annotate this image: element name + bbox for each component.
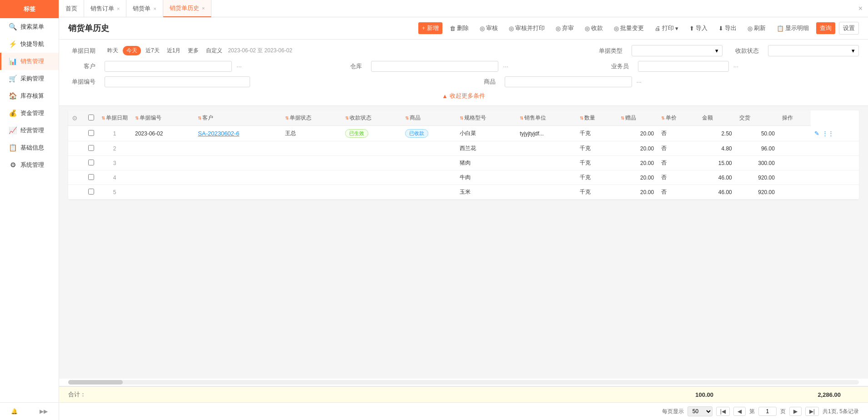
date-btn-more[interactable]: 更多 bbox=[185, 46, 201, 55]
col-check-cell[interactable] bbox=[85, 126, 98, 141]
sidebar-item-system[interactable]: ⚙ 系统管理 bbox=[0, 156, 59, 174]
col-unit[interactable]: ⇅销售单位 bbox=[516, 110, 576, 126]
toolbar: + 新增 🗑 删除 ◎ 审核 ◎ 审核并打印 ◎ 弃审 ◎ 收款 bbox=[418, 22, 859, 35]
customer-input[interactable] bbox=[105, 61, 232, 72]
sidebar-collapse-btn[interactable]: ▶▶ bbox=[36, 406, 51, 416]
new-button[interactable]: + 新增 bbox=[418, 22, 442, 34]
sidebar-notify-btn[interactable]: 🔔 bbox=[7, 406, 21, 416]
sidebar-item-inventory[interactable]: 🏠 库存核算 bbox=[0, 87, 59, 105]
doc-no-input[interactable] bbox=[105, 76, 250, 87]
tab-sales-delivery[interactable]: 销货单 × bbox=[126, 0, 163, 17]
export-label: 导出 bbox=[725, 24, 737, 32]
warehouse-input[interactable] bbox=[371, 61, 498, 72]
refresh-button[interactable]: ◎ 刷新 bbox=[744, 22, 769, 34]
next-page-btn[interactable]: ▶ bbox=[789, 407, 802, 416]
tabs-close-all[interactable]: × bbox=[853, 5, 868, 13]
col-payment-status[interactable]: ⇅收款状态 bbox=[341, 110, 401, 126]
col-check-cell[interactable] bbox=[85, 170, 98, 185]
tab-sales-order-close[interactable]: × bbox=[117, 6, 120, 11]
col-date[interactable]: ⇅单据日期 bbox=[98, 110, 131, 126]
sidebar-item-label: 基础信息 bbox=[20, 144, 44, 152]
sidebar-item-finance[interactable]: 💰 资金管理 bbox=[0, 105, 59, 122]
sidebar-item-search[interactable]: 🔍 搜索菜单 bbox=[0, 18, 59, 35]
select-all-checkbox[interactable] bbox=[88, 115, 94, 120]
review-print-button[interactable]: ◎ 审核并打印 bbox=[505, 22, 548, 34]
col-check-cell[interactable] bbox=[85, 185, 98, 200]
collapse-button[interactable]: ▲ 收起更多条件 bbox=[68, 92, 859, 100]
customer-cell bbox=[281, 185, 341, 200]
tab-sales-history[interactable]: 销货单历史 × bbox=[163, 0, 211, 17]
page-input[interactable] bbox=[758, 407, 777, 416]
sidebar-item-operations[interactable]: 📈 经营管理 bbox=[0, 122, 59, 139]
col-settings-cell bbox=[68, 156, 85, 170]
settings-button[interactable]: 设置 bbox=[839, 22, 859, 35]
filter-row-docno: 单据编号 商品 ··· bbox=[68, 76, 859, 87]
payment-status-filter[interactable]: ▾ bbox=[768, 45, 859, 56]
abandon-button[interactable]: ◎ 弃审 bbox=[552, 22, 577, 34]
tab-sales-delivery-close[interactable]: × bbox=[153, 6, 156, 11]
export-button[interactable]: ⬇ 导出 bbox=[715, 22, 740, 34]
col-gift[interactable]: ⇅赠品 bbox=[617, 110, 657, 126]
sidebar-item-sales[interactable]: 📊 销售管理 bbox=[0, 53, 59, 70]
date-btn-today[interactable]: 今天 bbox=[123, 46, 141, 55]
sidebar-item-label: 快捷导航 bbox=[20, 40, 44, 48]
show-details-button[interactable]: 📋 显示明细 bbox=[773, 22, 813, 34]
col-doc-no[interactable]: ⇅单据编号 bbox=[131, 110, 194, 126]
sort-icon: ⇅ bbox=[405, 115, 409, 120]
last-page-btn[interactable]: ▶| bbox=[805, 407, 819, 416]
sidebar-item-basic-info[interactable]: 📋 基础信息 bbox=[0, 139, 59, 156]
tab-home[interactable]: 首页 bbox=[59, 0, 84, 17]
date-btn-1month[interactable]: 近1月 bbox=[164, 46, 184, 55]
date-btn-custom[interactable]: 自定义 bbox=[203, 46, 225, 55]
col-check-cell[interactable] bbox=[85, 141, 98, 156]
date-cell bbox=[131, 156, 194, 170]
gift-cell: 否 bbox=[657, 156, 698, 170]
row-checkbox[interactable] bbox=[88, 145, 94, 151]
query-button[interactable]: 查询 bbox=[816, 22, 835, 34]
horizontal-scrollbar[interactable] bbox=[59, 379, 868, 386]
sidebar-item-quick-nav[interactable]: ⚡ 快捷导航 bbox=[0, 35, 59, 53]
batch-change-button[interactable]: ◎ 批量变更 bbox=[610, 22, 647, 34]
settings-label: 设置 bbox=[843, 24, 855, 32]
row-checkbox[interactable] bbox=[88, 160, 94, 165]
goods-input[interactable] bbox=[505, 76, 632, 87]
per-page-select[interactable]: 50 100 200 bbox=[687, 406, 712, 416]
type-filter[interactable]: ▾ bbox=[632, 45, 722, 56]
date-btn-7days[interactable]: 近7天 bbox=[143, 46, 162, 55]
warehouse-dots[interactable]: ··· bbox=[503, 63, 508, 70]
col-spec[interactable]: ⇅规格型号 bbox=[456, 110, 516, 126]
column-settings-icon[interactable]: ⚙ bbox=[72, 115, 78, 122]
prev-page-btn[interactable]: ◀ bbox=[733, 407, 746, 416]
print-button[interactable]: 🖨 打印 ▾ bbox=[651, 22, 682, 34]
col-settings[interactable]: ⚙ bbox=[68, 110, 85, 126]
tab-sales-history-close[interactable]: × bbox=[202, 5, 205, 11]
review-button[interactable]: ◎ 审核 bbox=[476, 22, 502, 34]
delete-button[interactable]: 🗑 删除 bbox=[446, 22, 472, 34]
col-check[interactable] bbox=[85, 110, 98, 126]
staff-dots[interactable]: ··· bbox=[733, 63, 739, 70]
row-checkbox[interactable] bbox=[88, 174, 94, 180]
sidebar-item-purchase[interactable]: 🛒 采购管理 bbox=[0, 70, 59, 87]
col-customer[interactable]: ⇅客户 bbox=[194, 110, 281, 126]
edit-action[interactable]: ✎ bbox=[814, 130, 819, 137]
collect-button[interactable]: ◎ 收款 bbox=[581, 22, 607, 34]
date-btn-yesterday[interactable]: 昨天 bbox=[105, 46, 121, 55]
more-action[interactable]: ⋮⋮ bbox=[822, 130, 834, 137]
col-price[interactable]: ⇅单价 bbox=[657, 110, 698, 126]
col-doc-status[interactable]: ⇅单据状态 bbox=[281, 110, 341, 126]
tab-sales-order[interactable]: 销售订单 × bbox=[84, 0, 126, 17]
customer-dots[interactable]: ··· bbox=[236, 63, 242, 70]
staff-input[interactable] bbox=[638, 61, 729, 72]
col-goods[interactable]: ⇅商品 bbox=[401, 110, 456, 126]
date-cell bbox=[131, 185, 194, 200]
col-check-cell[interactable] bbox=[85, 156, 98, 170]
doc-no-link[interactable]: SA-20230602-6 bbox=[198, 130, 239, 137]
sidebar-item-label: 库存核算 bbox=[20, 92, 44, 100]
first-page-btn[interactable]: |◀ bbox=[716, 407, 730, 416]
import-button[interactable]: ⬆ 导入 bbox=[686, 22, 711, 34]
goods-dots[interactable]: ··· bbox=[637, 78, 642, 85]
row-checkbox[interactable] bbox=[88, 130, 94, 136]
query-label: 查询 bbox=[820, 24, 832, 32]
col-qty[interactable]: ⇅数量 bbox=[576, 110, 617, 126]
row-checkbox[interactable] bbox=[88, 189, 94, 195]
